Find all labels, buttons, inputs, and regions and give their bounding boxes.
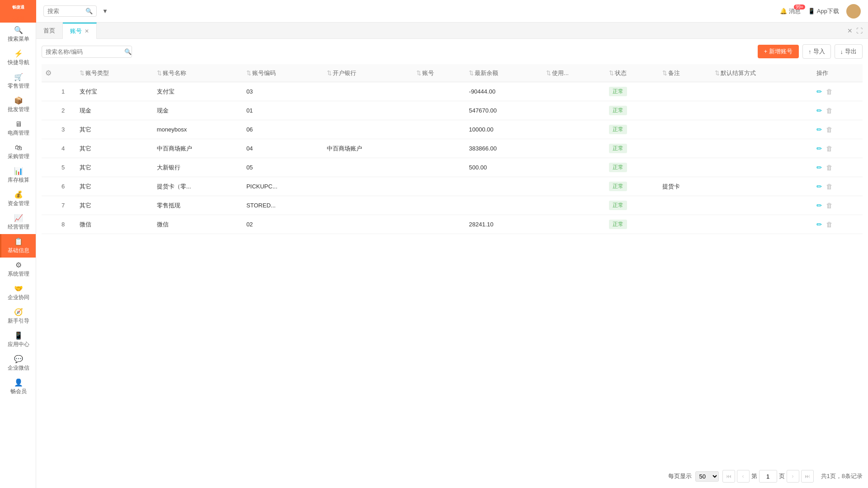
sidebar-item-system[interactable]: ⚙ 系统管理 [0,258,36,281]
row-type: 其它 [76,177,153,196]
dropdown-chevron-icon: ▼ [102,8,108,14]
row-default [711,82,813,101]
row-name: 现金 [153,101,243,120]
col-settings[interactable]: ⚙ [42,64,58,82]
delete-button[interactable]: 🗑 [826,88,833,96]
sidebar-item-purchase[interactable]: 🛍 采购管理 [0,140,36,164]
delete-button[interactable]: 🗑 [826,145,833,153]
sidebar-item-operations[interactable]: 📈 经营管理 [0,211,36,234]
edit-button[interactable]: ✏ [816,202,822,210]
app-download-button[interactable]: 📱 App下载 [808,7,839,15]
export-icon: ↓ [840,48,844,55]
header-dropdown[interactable]: ▼ [102,8,108,14]
col-account[interactable]: ⇅账号 [413,64,465,82]
edit-button[interactable]: ✏ [816,164,822,172]
sidebar-item-wholesale[interactable]: 📦 批发管理 [0,93,36,117]
first-page-button[interactable]: ⏮ [722,470,735,483]
row-usage [542,101,605,120]
messages-button[interactable]: 🔔 消息 99+ [780,7,801,15]
delete-button[interactable]: 🗑 [826,221,833,229]
row-bank [323,82,413,101]
import-button[interactable]: ↑ 导入 [802,44,831,59]
tab-close-icon[interactable]: ✕ [85,28,89,34]
sidebar-item-ecommerce[interactable]: 🖥 电商管理 [0,117,36,140]
row-type: 其它 [76,139,153,158]
col-name[interactable]: ⇅账号名称 [153,64,243,82]
edit-button[interactable]: ✏ [816,107,822,115]
row-bank [323,196,413,215]
app-download-label: App下载 [817,7,839,15]
last-page-button[interactable]: ⏭ [801,470,814,483]
row-action: ✏ 🗑 [813,120,863,139]
prev-page-button[interactable]: ‹ [737,470,750,483]
col-code[interactable]: ⇅账号编码 [243,64,323,82]
row-num: 3 [58,120,76,139]
row-settings [42,196,58,215]
row-settings [42,139,58,158]
edit-button[interactable]: ✏ [816,183,822,191]
sidebar-item-wechat[interactable]: 💬 企业微信 [0,352,36,375]
tab-home[interactable]: 首页 [36,23,63,39]
page-size-selector[interactable]: 50 100 200 [695,471,719,482]
row-name: 零售抵现 [153,196,243,215]
sidebar-item-appcenter[interactable]: 📱 应用中心 [0,328,36,352]
row-remark [659,101,711,120]
row-name: moneybosx [153,120,243,139]
delete-button[interactable]: 🗑 [826,164,833,172]
sidebar-item-quicknav[interactable]: ⚡ 快捷导航 [0,46,36,70]
edit-button[interactable]: ✏ [816,126,822,134]
header-right: 🔔 消息 99+ 📱 App下载 [780,4,861,19]
sidebar-item-inventory[interactable]: 📊 库存核算 [0,164,36,187]
header-search-icon: 🔍 [85,8,93,14]
user-avatar[interactable] [846,4,861,19]
settings-icon[interactable]: ⚙ [45,69,52,77]
edit-button[interactable]: ✏ [816,88,822,96]
row-type: 微信 [76,215,153,234]
col-remark[interactable]: ⇅备注 [659,64,711,82]
row-code: STORED... [243,196,323,215]
sidebar-item-label: 采购管理 [8,153,29,160]
status-badge: 正常 [609,87,627,96]
sidebar-item-finance[interactable]: 💰 资金管理 [0,187,36,211]
delete-button[interactable]: 🗑 [826,202,833,210]
row-type: 其它 [76,120,153,139]
col-usage[interactable]: ⇅使用... [542,64,605,82]
sidebar-item-retail[interactable]: 🛒 零售管理 [0,70,36,93]
header-search[interactable]: 🔍 [43,5,97,17]
page-size-select[interactable]: 50 100 200 [695,471,719,482]
import-icon: ↑ [808,48,811,55]
sidebar-item-search[interactable]: 🔍 搜索菜单 [0,23,36,46]
edit-button[interactable]: ✏ [816,221,822,229]
sidebar-item-agreement[interactable]: 🤝 企业协同 [0,281,36,305]
col-default[interactable]: ⇅默认结算方式 [711,64,813,82]
sidebar-item-member[interactable]: 👤 畅会员 [0,375,36,399]
row-account [413,139,465,158]
next-page-button[interactable]: › [787,470,799,483]
col-type[interactable]: ⇅账号类型 [76,64,153,82]
tab-expand-button[interactable]: ⛶ [856,27,863,34]
tab-account[interactable]: 账号 ✕ [63,23,97,39]
add-account-button[interactable]: + 新增账号 [758,45,799,58]
sidebar-item-label: 经营管理 [8,223,29,231]
row-account [413,82,465,101]
sidebar-nav: 🔍 搜索菜单 ⚡ 快捷导航 🛒 零售管理 📦 批发管理 🖥 电商管理 🛍 采购管… [0,23,36,488]
sidebar-item-label: 搜索菜单 [8,35,29,43]
page-label: 第 [751,472,757,480]
delete-button[interactable]: 🗑 [826,107,833,115]
page-number-input[interactable] [759,470,777,483]
tab-close-button[interactable]: ✕ [847,27,853,34]
col-bank[interactable]: ⇅开户银行 [323,64,413,82]
account-search-box[interactable]: 🔍 [42,46,132,58]
header-search-input[interactable] [47,8,84,14]
delete-button[interactable]: 🗑 [826,126,833,134]
col-action: 操作 [813,64,863,82]
sidebar-item-basic[interactable]: 📋 基础信息 [0,234,36,258]
col-status[interactable]: ⇅状态 [605,64,659,82]
edit-button[interactable]: ✏ [816,145,822,153]
col-balance[interactable]: ⇅最新余额 [465,64,542,82]
account-search-input[interactable] [46,48,122,55]
export-button[interactable]: ↓ 导出 [835,44,863,59]
sidebar-item-guide[interactable]: 🧭 新手引导 [0,305,36,328]
row-type: 其它 [76,196,153,215]
delete-button[interactable]: 🗑 [826,183,833,191]
